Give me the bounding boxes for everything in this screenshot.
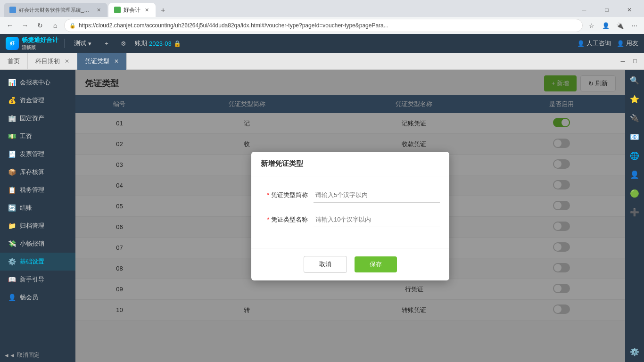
sidebar-item-salary-label: 工资 [20, 132, 32, 140]
sidebar-item-invoice[interactable]: 🧾 发票管理 [0, 145, 75, 163]
tab-home-label: 首页 [8, 57, 20, 66]
tab-subjects[interactable]: 科目期初 ✕ [28, 53, 77, 70]
sidebar-item-tax[interactable]: 📋 税务管理 [0, 181, 75, 199]
tab-minimize-icon[interactable]: ─ [618, 56, 628, 66]
period-info: 账期 2023-03 🔒 [135, 39, 181, 48]
sidebar-item-archive-label: 归档管理 [20, 222, 44, 230]
address-bar[interactable]: 🔒 https://cloud2.chanjet.com/accounting/… [64, 19, 583, 32]
save-button[interactable]: 保存 [355, 256, 397, 272]
tab-expand-icon[interactable]: □ [630, 56, 640, 66]
member-icon: 👤 [8, 293, 16, 302]
right-settings-icon[interactable]: ⚙️ [628, 345, 641, 358]
reload-button[interactable]: ↻ [34, 19, 46, 32]
bookmark-icon[interactable]: ☆ [586, 19, 598, 32]
right-star-icon[interactable]: ⭐ [628, 92, 641, 106]
new-tab-button[interactable]: + [157, 4, 170, 17]
sidebar-item-dashboard-label: 会报表中心 [20, 78, 50, 87]
sidebar-item-salary[interactable]: 💵 工资 [0, 127, 75, 145]
main-layout: 📊 会报表中心 💰 资金管理 🏢 固定资产 💵 工资 🧾 发票管理 📦 库存核算… [0, 70, 644, 362]
maximize-button[interactable]: □ [596, 3, 618, 17]
add-org-button[interactable]: + [101, 38, 112, 49]
invoice-icon: 🧾 [8, 150, 16, 158]
address-text: https://cloud2.chanjet.com/accounting/uh… [79, 22, 578, 29]
back-button[interactable]: ← [4, 19, 16, 32]
right-user-icon[interactable]: 👤 [628, 168, 641, 181]
sidebar-item-settings[interactable]: ⚙️ 基础设置 [0, 253, 75, 271]
collapse-icon: ◄◄ [4, 352, 15, 359]
right-search-icon[interactable]: 🔍 [628, 74, 641, 87]
tab-subjects-label: 科目期初 [35, 57, 60, 66]
tab-close-2[interactable]: ✕ [143, 7, 150, 13]
sidebar-item-fund[interactable]: 💰 资金管理 [0, 91, 75, 109]
tab-home[interactable]: 首页 [0, 53, 28, 70]
collapse-label: 取消固定 [17, 351, 40, 359]
sidebar-item-guide-label: 新手引导 [20, 275, 44, 284]
app-tabs: 首页 科目期初 ✕ 凭证类型 ✕ ─ □ [0, 53, 644, 70]
header-right: 👤 人工咨询 👤 用友 [577, 39, 638, 48]
more-icon[interactable]: ⋯ [628, 19, 640, 32]
modal-header: 新增凭证类型 [251, 152, 449, 176]
form-row-abbr: 凭证类型简称 [261, 188, 440, 203]
sidebar-collapse-button[interactable]: ◄◄ 取消固定 [0, 348, 75, 362]
minimize-button[interactable]: ─ [573, 3, 595, 17]
salary-icon: 💵 [8, 132, 16, 140]
browser-tab-2[interactable]: 好会计 ✕ [108, 3, 156, 17]
app-logo: 好 畅捷通好合计 流畅版 [6, 36, 58, 51]
tab-voucher-type-close[interactable]: ✕ [114, 58, 119, 65]
sidebar-item-expense-label: 小畅报销 [20, 239, 44, 248]
content-area: 凭证类型 + 新增 ↻ 刷新 编号 凭证类型简称 凭证类型名称 是否 [75, 70, 625, 362]
header-divider-1 [64, 39, 65, 48]
name-input[interactable] [314, 212, 440, 227]
sidebar-item-member[interactable]: 👤 畅会员 [0, 288, 75, 306]
close-button[interactable]: ✕ [619, 3, 640, 17]
abbr-input[interactable] [314, 188, 440, 203]
modal-title: 新增凭证类型 [261, 159, 303, 168]
browser-toolbar: ← → ↻ ⌂ 🔒 https://cloud2.chanjet.com/acc… [0, 17, 644, 34]
sidebar-item-settings-label: 基础设置 [20, 257, 44, 266]
right-add-icon[interactable]: ➕ [628, 206, 641, 219]
toolbar-actions: ☆ 👤 🔌 ⋯ [586, 19, 640, 32]
sidebar-item-guide[interactable]: 📖 新手引导 [0, 271, 75, 288]
guide-icon: 📖 [8, 275, 16, 284]
home-button[interactable]: ⌂ [49, 19, 61, 32]
extension-icon[interactable]: 🔌 [614, 19, 626, 32]
sidebar-item-inventory-label: 库存核算 [20, 168, 44, 176]
right-extension-icon[interactable]: 🔌 [628, 111, 641, 124]
consult-button[interactable]: 👤 人工咨询 [577, 39, 611, 48]
settings-icon[interactable]: ⚙ [118, 38, 129, 49]
tab-close-1[interactable]: ✕ [95, 7, 102, 13]
sidebar-item-inventory[interactable]: 📦 库存核算 [0, 163, 75, 181]
sidebar-item-dashboard[interactable]: 📊 会报表中心 [0, 74, 75, 91]
form-row-name: 凭证类型名称 [261, 212, 440, 227]
sidebar-item-fixed-assets[interactable]: 🏢 固定资产 [0, 109, 75, 127]
modal-overlay: 新增凭证类型 凭证类型简称 凭证类型名称 取消 [75, 70, 625, 362]
right-green-icon[interactable]: 🟢 [628, 187, 641, 200]
sidebar-item-archive[interactable]: 📁 归档管理 [0, 217, 75, 235]
org-name: 测试 [74, 39, 86, 48]
tab-bar: 好会计云财务软件管理系统_会计 ✕ 好会计 ✕ + ─ □ ✕ [0, 0, 644, 17]
consult-icon: 👤 [577, 40, 585, 47]
profile-icon[interactable]: 👤 [600, 19, 612, 32]
logo-text: 畅捷通好合计 [22, 36, 58, 44]
right-global-icon[interactable]: 🌐 [628, 149, 641, 162]
archive-icon: 📁 [8, 222, 16, 230]
tab-favicon-2 [114, 7, 121, 13]
sidebar-item-settlement[interactable]: 🔄 结账 [0, 199, 75, 217]
tab-subjects-close[interactable]: ✕ [65, 58, 69, 65]
sidebar-item-tax-label: 税务管理 [20, 186, 44, 194]
browser-chrome: 好会计云财务软件管理系统_会计 ✕ 好会计 ✕ + ─ □ ✕ ← → ↻ ⌂ … [0, 0, 644, 34]
user-info[interactable]: 👤 用友 [617, 39, 638, 48]
app-header: 好 畅捷通好合计 流畅版 测试 ▾ + ⚙ 账期 2023-03 🔒 👤 人工咨… [0, 34, 644, 53]
settlement-icon: 🔄 [8, 204, 16, 212]
modal-body: 凭证类型简称 凭证类型名称 [251, 176, 449, 248]
org-selector[interactable]: 测试 ▾ [70, 37, 95, 49]
cancel-button[interactable]: 取消 [304, 256, 347, 273]
tab-voucher-type[interactable]: 凭证类型 ✕ [77, 53, 127, 70]
right-mail-icon[interactable]: 📧 [628, 130, 641, 143]
fixed-assets-icon: 🏢 [8, 114, 16, 123]
forward-button[interactable]: → [19, 19, 31, 32]
browser-tab-1[interactable]: 好会计云财务软件管理系统_会计 ✕ [4, 3, 107, 17]
sidebar-item-expense[interactable]: 💸 小畅报销 [0, 235, 75, 253]
period-label: 账期 [135, 39, 147, 48]
save-button-label: 保存 [370, 261, 382, 268]
